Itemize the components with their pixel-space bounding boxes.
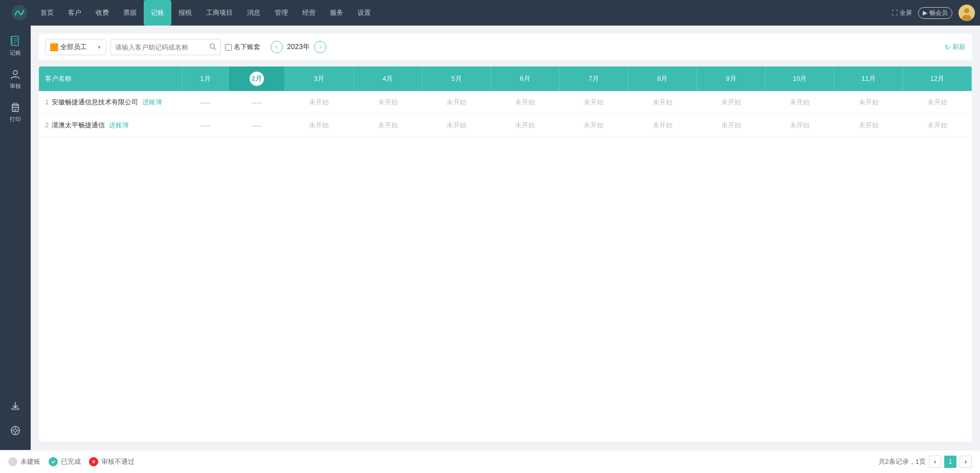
member-button[interactable]: ▶ 畅会员 [918, 7, 952, 19]
refresh-label: 刷新 [952, 42, 966, 52]
employee-label: 全部员工 [60, 42, 87, 52]
status-not-started: 未开始 [584, 98, 604, 106]
nav-item-accounting[interactable]: 记账 [144, 0, 171, 26]
status-not-started: 未开始 [790, 98, 810, 106]
nav-item-home[interactable]: 首页 [33, 0, 61, 26]
search-button[interactable] [209, 43, 216, 52]
status-not-started: 未开始 [721, 98, 741, 106]
status-dash-icon: — [200, 97, 210, 108]
row-index: 1 [45, 98, 49, 106]
month-cell-m9: 未开始 [697, 91, 765, 114]
month-cell-m9: 未开始 [697, 114, 765, 137]
page-1-button[interactable]: 1 [944, 456, 956, 468]
my-accounts-checkbox[interactable] [225, 44, 232, 51]
footer: 未建账 已完成 审核不通过 共2条记录，1页 ‹ 1 › [0, 450, 980, 473]
status-not-started: 未开始 [721, 121, 741, 129]
nav-item-manage[interactable]: 管理 [268, 0, 295, 26]
status-not-started: 未开始 [927, 98, 947, 106]
nav-item-setting[interactable]: 设置 [350, 0, 378, 26]
status-not-started: 未开始 [653, 98, 673, 106]
nav-item-business[interactable]: 工商项目 [199, 0, 240, 26]
month-cell-m5: 未开始 [422, 91, 491, 114]
month-cell-m4: 未开始 [353, 91, 422, 114]
employee-icon: 🟧 [50, 43, 58, 51]
svg-point-16 [14, 429, 17, 432]
month-cell-m2: — [229, 91, 285, 114]
sidebar-item-support[interactable] [1, 419, 30, 442]
month-cell-m11: 未开始 [834, 91, 903, 114]
next-page-button[interactable]: › [960, 456, 972, 468]
nav-item-message[interactable]: 消息 [240, 0, 268, 26]
play-icon: ▶ [923, 9, 927, 16]
status-not-started: 未开始 [790, 121, 810, 129]
month-cell-m10: 未开始 [766, 91, 834, 114]
nav-item-client[interactable]: 客户 [61, 0, 88, 26]
status-dash-icon: — [200, 120, 210, 131]
svg-point-3 [962, 15, 971, 21]
col-header-m4: 4月 [353, 66, 422, 91]
col-header-m1: 1月 [182, 66, 229, 91]
sidebar-item-print[interactable]: 打印 [1, 96, 30, 127]
refresh-icon: ↻ [945, 43, 950, 51]
client-name: 漠澳太平畅捷通信 [52, 121, 105, 129]
prev-page-button[interactable]: ‹ [929, 456, 941, 468]
status-not-started: 未开始 [859, 121, 879, 129]
legend-teal-circle [49, 457, 58, 466]
month-cell-m11: 未开始 [834, 114, 903, 137]
logo [5, 5, 33, 21]
status-not-started: 未开始 [859, 98, 879, 106]
row-index: 2 [45, 121, 49, 129]
refresh-button[interactable]: ↻ 刷新 [945, 42, 966, 52]
print-icon [8, 100, 23, 115]
nav-item-operation[interactable]: 经营 [295, 0, 323, 26]
col-header-m8: 8月 [628, 66, 697, 91]
nav-item-fee[interactable]: 收费 [88, 0, 116, 26]
svg-point-2 [964, 8, 969, 13]
col-header-m12: 12月 [903, 66, 971, 91]
col-header-m10: 10月 [766, 66, 834, 91]
support-icon [8, 423, 23, 438]
col-header-m11: 11月 [834, 66, 903, 91]
nav-item-tax[interactable]: 报税 [171, 0, 199, 26]
status-not-started: 未开始 [378, 121, 398, 129]
col-header-m2: 2月 [229, 66, 285, 91]
col-header-name: 客户名称 [39, 66, 182, 91]
svg-rect-14 [12, 408, 19, 410]
month-cell-m12: 未开始 [903, 114, 971, 137]
sidebar-item-review[interactable]: 审核 [1, 63, 30, 94]
legend-completed: 已完成 [49, 457, 81, 466]
content-area: 🟧 全部员工 ▼ 名下账套 ‹ 2023年 › ↻ 刷新 [31, 26, 980, 450]
pagination: 共2条记录，1页 ‹ 1 › [879, 456, 972, 468]
next-year-button[interactable]: › [314, 41, 326, 53]
svg-point-9 [13, 71, 17, 75]
avatar[interactable] [959, 5, 975, 21]
nav-item-invoice[interactable]: 票据 [116, 0, 144, 26]
nav-right: ⛶ 全屏 ▶ 畅会员 [892, 5, 975, 21]
status-not-started: 未开始 [584, 121, 604, 129]
sidebar-item-download[interactable] [1, 395, 30, 417]
member-label: 畅会员 [929, 9, 948, 17]
month-cell-m3: 未开始 [285, 91, 353, 114]
status-dash-icon: — [252, 97, 262, 108]
sidebar-item-accounting[interactable]: 记账 [1, 30, 30, 61]
month-cell-m3: 未开始 [285, 114, 353, 137]
fullscreen-button[interactable]: ⛶ 全屏 [892, 9, 912, 17]
status-not-started: 未开始 [447, 98, 466, 106]
my-accounts-checkbox-label[interactable]: 名下账套 [225, 42, 260, 52]
prev-year-button[interactable]: ‹ [271, 41, 283, 53]
enter-ledger-link[interactable]: 进账簿 [109, 121, 129, 129]
search-input[interactable] [115, 43, 207, 51]
employee-select[interactable]: 🟧 全部员工 ▼ [45, 39, 106, 55]
enter-ledger-link[interactable]: 进账簿 [142, 98, 162, 106]
search-wrapper [110, 39, 221, 55]
nav-item-service[interactable]: 服务 [323, 0, 350, 26]
toolbar: 🟧 全部员工 ▼ 名下账套 ‹ 2023年 › ↻ 刷新 [39, 34, 972, 60]
sidebar-review-label: 审核 [10, 82, 21, 90]
month-cell-m8: 未开始 [628, 114, 697, 137]
client-name: 安徽畅捷通信息技术有限公司 [52, 98, 138, 106]
status-not-started: 未开始 [653, 121, 673, 129]
sidebar-accounting-label: 记账 [10, 49, 21, 57]
month-cell-m7: 未开始 [560, 114, 628, 137]
status-not-started: 未开始 [378, 98, 398, 106]
col-header-m5: 5月 [422, 66, 491, 91]
